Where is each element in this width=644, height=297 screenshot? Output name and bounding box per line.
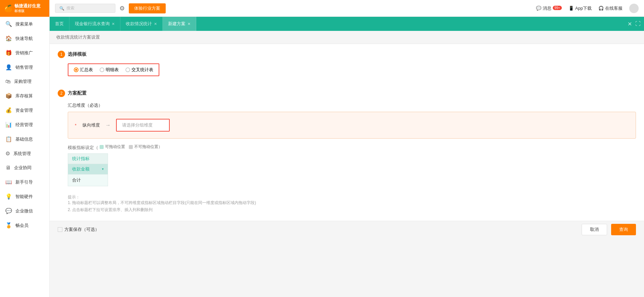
chat-icon: 💬 [5, 208, 12, 214]
sidebar-item-inventory[interactable]: 📦 库存核算 [0, 89, 49, 103]
header-right: 💬 消息 99+ 📱 App下载 🎧 在线客服 [536, 4, 639, 13]
gift-icon: 🎁 [5, 50, 12, 56]
radio-cross-label: 交叉统计表 [131, 67, 153, 73]
section2-num: 2 [58, 90, 65, 97]
sidebar-item-system[interactable]: ⚙ 系统管理 [0, 146, 49, 161]
section1-title: 选择模板 [68, 51, 87, 57]
sidebar-item-marketing[interactable]: 🎁 营销推广 [0, 46, 49, 60]
dim-placeholder: 请选择分组维度 [122, 122, 153, 128]
sidebar-item-label: 畅会员 [15, 222, 29, 229]
metrics-col-header[interactable]: 收款金额 ▾ [68, 164, 108, 175]
search-bar[interactable]: 🔍 搜索 [55, 4, 115, 13]
sidebar-item-hardware[interactable]: 💡 智能硬件 [0, 189, 49, 204]
search-icon: 🔍 [59, 6, 64, 11]
sidebar-item-label: 企业协同 [14, 165, 32, 171]
message-button[interactable]: 💬 消息 99+ [536, 5, 562, 11]
money-icon: 💰 [5, 107, 12, 113]
dim-selector[interactable]: 请选择分组维度 [116, 119, 170, 132]
close-window-icon[interactable]: ✕ [628, 21, 632, 27]
sidebar-item-label: 营销推广 [15, 50, 33, 56]
tab-bank-flow-close[interactable]: ✕ [112, 22, 115, 26]
tab-bar: 首页 现金银行流水查询 ✕ 收款情况统计 ✕ 新建方案 ✕ ✕ ⛶ [50, 17, 644, 31]
radio-detail-label: 明细表 [106, 67, 119, 73]
metrics-row-total: 合计 [68, 175, 108, 186]
sidebar-item-sales[interactable]: 👤 销售管理 [0, 60, 49, 75]
medal-icon: 🏅 [5, 222, 12, 229]
message-label: 消息 [543, 5, 551, 11]
sidebar-item-label: 基础信息 [15, 136, 33, 142]
trial-button[interactable]: 体验行业方案 [129, 3, 166, 13]
sidebar-item-search-menu[interactable]: 🔍 搜索菜单 [0, 17, 49, 31]
radio-cross-circle [125, 67, 130, 72]
sidebar-item-member[interactable]: 🏅 畅会员 [0, 218, 49, 233]
sidebar-item-label: 经营管理 [15, 122, 33, 128]
sidebar-item-label: 资金管理 [15, 107, 33, 113]
metrics-grid: 统计指标 收款金额 ▾ 合计 [68, 153, 108, 186]
tab-new-plan-close[interactable]: ✕ [187, 22, 191, 26]
sidebar-item-basic[interactable]: 📋 基础信息 [0, 132, 49, 146]
download-button[interactable]: 📱 App下载 [569, 5, 592, 11]
sidebar-item-management[interactable]: 📊 经营管理 [0, 117, 49, 132]
sidebar: 🍊 畅捷通好生意 标准版 🔍 搜索菜单 🏠 快速导航 🎁 营销推广 👤 销售管理… [0, 0, 50, 297]
sidebar-logo: 🍊 畅捷通好生意 标准版 [0, 0, 49, 17]
tab-collection-stat[interactable]: 收款情况统计 ✕ [120, 17, 163, 31]
save-option: 方案保存（可选） [58, 227, 99, 233]
radio-summary-label: 汇总表 [80, 67, 93, 73]
download-icon: 📱 [569, 6, 574, 11]
tab-bank-flow[interactable]: 现金银行流水查询 ✕ [69, 17, 120, 31]
sidebar-item-label: 库存核算 [15, 93, 33, 99]
download-label: App下载 [575, 5, 592, 11]
dropdown-icon: ▾ [102, 167, 104, 171]
radio-detail[interactable]: 明细表 [100, 67, 119, 73]
service-icon: 🎧 [598, 6, 604, 11]
tab-collection-stat-label: 收款情况统计 [126, 21, 152, 27]
form-body: 1 选择模板 汇总表 明细表 交叉统计表 [50, 44, 644, 221]
gear-settings-icon[interactable]: ⚙ [119, 5, 125, 12]
metrics-header-label: 统计指标 [72, 156, 90, 162]
user-avatar[interactable] [629, 4, 639, 13]
service-button[interactable]: 🎧 在线客服 [598, 5, 623, 11]
sidebar-item-label: 新手引导 [15, 179, 33, 185]
query-button[interactable]: 查询 [611, 224, 636, 235]
tab-new-plan-label: 新建方案 [168, 21, 185, 27]
tab-collection-stat-close[interactable]: ✕ [154, 22, 157, 26]
sidebar-item-wechat[interactable]: 💬 企业微信 [0, 204, 49, 218]
section1-header: 1 选择模板 [58, 51, 636, 58]
cancel-button[interactable]: 取消 [582, 224, 607, 235]
unmovable-label: 不可拖动位置） [134, 144, 162, 150]
sidebar-item-label: 系统管理 [13, 151, 31, 157]
sidebar-item-label: 智能硬件 [15, 194, 33, 200]
metrics-section: 模板指标设定（ 可拖动位置 不可拖动位置） [68, 144, 636, 186]
radio-summary[interactable]: 汇总表 [74, 67, 93, 73]
unmovable-dot [129, 145, 133, 149]
logo-text: 畅捷通好生意 [14, 3, 41, 9]
bulb-icon: 💡 [5, 193, 12, 200]
service-label: 在线客服 [605, 5, 623, 11]
page-footer: 方案保存（可选） 取消 查询 [50, 221, 644, 238]
sidebar-item-quick-nav[interactable]: 🏠 快速导航 [0, 31, 49, 46]
page-header: 收款情况统计方案设置 [50, 31, 644, 44]
sidebar-item-guide[interactable]: 📖 新手引导 [0, 175, 49, 189]
arrow-icon: → [105, 122, 111, 128]
user-icon: 👤 [5, 64, 12, 70]
maximize-icon[interactable]: ⛶ [635, 21, 641, 27]
section1-num: 1 [58, 51, 65, 58]
message-icon: 💬 [536, 6, 541, 11]
col-label: 收款金额 [72, 166, 90, 172]
radio-summary-circle [74, 67, 78, 72]
radio-cross[interactable]: 交叉统计表 [125, 67, 153, 73]
tab-home[interactable]: 首页 [50, 17, 69, 31]
radio-detail-circle [100, 67, 104, 72]
movable-label: 可拖动位置 [105, 144, 125, 150]
sidebar-item-purchase[interactable]: 🛍 采购管理 [0, 75, 49, 89]
unmovable-badge: 不可拖动位置） [129, 144, 162, 150]
footer-buttons: 取消 查询 [582, 224, 636, 235]
book-icon: 📖 [5, 179, 12, 185]
metrics-grid-header: 统计指标 [68, 154, 108, 164]
save-checkbox[interactable] [58, 227, 62, 232]
sidebar-item-enterprise[interactable]: 🖥 企业协同 [0, 161, 49, 175]
sidebar-item-label: 销售管理 [15, 64, 33, 70]
tab-new-plan[interactable]: 新建方案 ✕ [163, 17, 196, 31]
logo-icon: 🍊 [4, 4, 12, 12]
sidebar-item-capital[interactable]: 💰 资金管理 [0, 103, 49, 117]
